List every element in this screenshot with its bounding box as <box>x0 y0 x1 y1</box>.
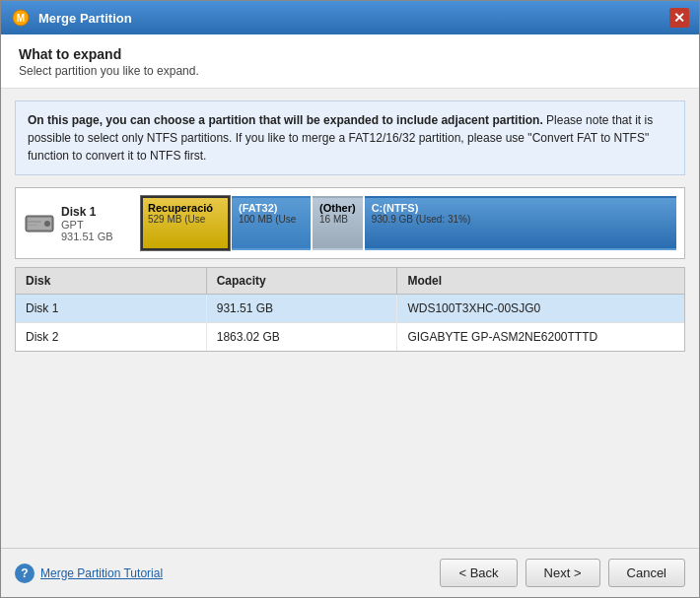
cell-capacity-2: 1863.02 GB <box>207 323 398 351</box>
col-capacity: Capacity <box>207 268 398 294</box>
disk-visual-area: Disk 1 GPT 931.51 GB Recuperació 529 MB … <box>15 187 685 259</box>
partition-fat32[interactable]: (FAT32) 100 MB (Use <box>232 196 311 250</box>
partition-cntfs-info: 930.9 GB (Used: 31%) <box>372 214 669 225</box>
info-box: On this page, you can choose a partition… <box>15 100 685 175</box>
partition-cntfs[interactable]: C:(NTFS) 930.9 GB (Used: 31%) <box>365 196 676 250</box>
partition-other-info: 16 MB <box>319 214 356 225</box>
disk-table: Disk Capacity Model Disk 1 931.51 GB WDS… <box>15 267 685 352</box>
help-icon[interactable]: ? <box>15 564 35 583</box>
svg-rect-6 <box>28 225 37 226</box>
title-bar: M Merge Partition ✕ <box>1 1 699 34</box>
title-bar-left: M Merge Partition <box>11 8 132 28</box>
disk-type: GPT <box>61 219 84 231</box>
partition-cntfs-name: C:(NTFS) <box>372 202 669 214</box>
table-row[interactable]: Disk 1 931.51 GB WDS100T3XHC-00SJG0 <box>16 295 684 323</box>
info-bold: On this page, you can choose a partition… <box>28 113 543 127</box>
cancel-button[interactable]: Cancel <box>608 559 685 587</box>
section-title: What to expand <box>19 46 681 62</box>
content-area: On this page, you can choose a partition… <box>1 89 699 548</box>
partition-other[interactable]: (Other) 16 MB <box>313 196 363 250</box>
partition-recuperacion[interactable]: Recuperació 529 MB (Use <box>141 196 230 250</box>
disk-label: Disk 1 GPT 931.51 GB <box>61 205 135 242</box>
partition-other-name: (Other) <box>319 202 356 214</box>
footer-buttons: < Back Next > Cancel <box>440 559 685 587</box>
disk-size: 931.51 GB <box>61 231 113 242</box>
cell-model-2: GIGABYTE GP-ASM2NE6200TTTD <box>397 323 684 351</box>
svg-text:M: M <box>17 13 25 24</box>
next-button[interactable]: Next > <box>525 559 600 587</box>
back-button[interactable]: < Back <box>440 559 517 587</box>
col-model: Model <box>397 268 684 294</box>
svg-rect-5 <box>28 221 41 223</box>
cell-disk-2: Disk 2 <box>16 323 207 351</box>
svg-point-4 <box>44 221 50 227</box>
partition-recuperacion-name: Recuperació <box>148 202 223 214</box>
disk-drive-icon <box>24 210 55 237</box>
section-header: What to expand Select partition you like… <box>1 34 699 89</box>
section-subtitle: Select partition you like to expand. <box>19 64 681 78</box>
help-link[interactable]: Merge Partition Tutorial <box>40 566 163 580</box>
table-row[interactable]: Disk 2 1863.02 GB GIGABYTE GP-ASM2NE6200… <box>16 323 684 351</box>
partitions-container: Recuperació 529 MB (Use (FAT32) 100 MB (… <box>141 196 676 250</box>
partition-recuperacion-info: 529 MB (Use <box>148 214 223 225</box>
partition-fat32-name: (FAT32) <box>239 202 304 214</box>
dialog-title: Merge Partition <box>38 11 132 26</box>
col-disk: Disk <box>16 268 207 294</box>
cell-capacity-1: 931.51 GB <box>207 295 398 322</box>
disk-row: Disk 1 GPT 931.51 GB Recuperació 529 MB … <box>24 196 676 250</box>
footer-left: ? Merge Partition Tutorial <box>15 564 163 583</box>
close-button[interactable]: ✕ <box>669 8 689 28</box>
cell-disk-1: Disk 1 <box>16 295 207 322</box>
merge-partition-dialog: M Merge Partition ✕ What to expand Selec… <box>0 0 700 598</box>
cell-model-1: WDS100T3XHC-00SJG0 <box>397 295 684 322</box>
table-header: Disk Capacity Model <box>16 268 684 295</box>
disk-name: Disk 1 <box>61 205 96 219</box>
footer: ? Merge Partition Tutorial < Back Next >… <box>1 548 699 597</box>
partition-fat32-info: 100 MB (Use <box>239 214 304 225</box>
merge-icon: M <box>11 8 31 28</box>
